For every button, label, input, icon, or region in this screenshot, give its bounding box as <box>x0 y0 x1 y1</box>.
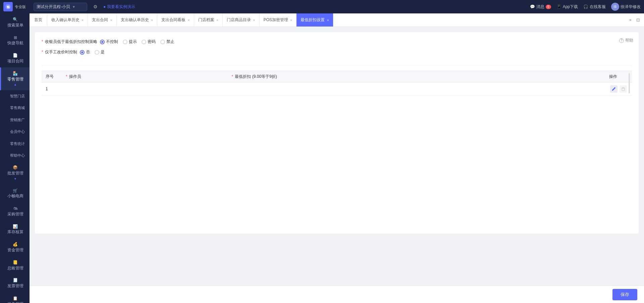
message-badge: 9 <box>546 5 551 9</box>
edit-icon[interactable] <box>610 85 618 93</box>
manual-no[interactable]: 否 <box>80 49 90 55</box>
message-btn[interactable]: 💬 消息 9 <box>530 4 551 10</box>
finance-icon: 💰 <box>13 242 18 247</box>
strategy-remind[interactable]: 提示 <box>123 39 137 45</box>
tab-payment-confirm[interactable]: 支出确认单历史 × <box>117 13 157 27</box>
user-menu-btn[interactable]: 徐 徐泽华修改 <box>611 3 641 11</box>
app-download-btn[interactable]: 📱 App下载 <box>556 4 578 10</box>
payment-confirm-tab-label: 支出确认单历史 <box>121 17 149 23</box>
tab-store-products[interactable]: 门店商品目录 × <box>223 13 259 27</box>
sidebar-label-member: 会员中心 <box>10 129 25 134</box>
env-selector[interactable]: 测试分开流程-小贝 ▼ <box>34 3 87 11</box>
content-area: 首页 收入确认单历史 × 支出合同 × 支出确认单历史 × 支出合同看板 × 门… <box>30 13 644 303</box>
sidebar-item-shortcut[interactable]: ⊞ 快捷导航 <box>0 32 30 50</box>
required-star: * <box>42 39 43 44</box>
table-container: 序号 * 操作员 * 最低折扣 (9.00等于9折) <box>42 71 632 96</box>
sidebar-item-tax[interactable]: 📋 税务管理 <box>0 292 30 303</box>
tab-close-payment-board[interactable]: × <box>187 18 190 22</box>
sidebar-label-tax: 税务管理 <box>7 301 23 303</box>
help-btn[interactable]: ? 帮助 <box>619 38 633 43</box>
avatar: 徐 <box>611 3 619 11</box>
tab-home[interactable]: 首页 <box>30 13 47 27</box>
tab-close-pos-password[interactable]: × <box>290 18 292 22</box>
chevron-up-icon: ▲ <box>14 83 17 87</box>
package-icon: 📦 <box>13 165 18 170</box>
search-icon: 🔍 <box>13 17 18 22</box>
main-layout: 🔍 搜索菜单 ⊞ 快捷导航 📄 项目合同 🏪 零售管理 ▲ 智慧门店 零售商城 … <box>0 13 644 303</box>
save-button[interactable]: 保存 <box>612 289 637 300</box>
sidebar-item-purchase[interactable]: 🛍 采购管理 <box>0 202 30 220</box>
demo-link[interactable]: ● 我要看实例演示 <box>103 4 135 10</box>
sidebar-item-search[interactable]: 🔍 搜索菜单 <box>0 13 30 32</box>
sidebar-label-retail: 零售管理 <box>7 77 23 82</box>
sidebar-label-retail-stats: 零售统计 <box>10 141 25 146</box>
sidebar-item-retail-mall[interactable]: 零售商城 <box>0 102 30 114</box>
message-icon: 💬 <box>530 4 535 9</box>
radio-no-control-circle <box>100 40 105 44</box>
sidebar-item-help[interactable]: 帮助中心 <box>0 150 30 161</box>
store-products-tab-label: 门店商品目录 <box>227 17 251 23</box>
sidebar-item-inventory[interactable]: 📊 库存核算 <box>0 220 30 239</box>
svg-text:畅: 畅 <box>7 5 10 9</box>
tab-close-income-confirm[interactable]: × <box>82 18 84 22</box>
form-section: * 收银员低于最低折扣控制策略 不控制 提示 <box>42 39 632 65</box>
sidebar-item-project[interactable]: 📄 项目合同 <box>0 49 30 67</box>
sidebar-item-smart-store[interactable]: 智慧门店 <box>0 90 30 102</box>
tab-close-min-discount[interactable]: × <box>327 18 329 22</box>
th-action: 操作 <box>605 71 632 83</box>
strategy-label: * 收银员低于最低折扣控制策略 <box>42 39 97 45</box>
circle-play-icon: ● <box>103 4 106 9</box>
chevron-down-icon: ▼ <box>14 177 17 181</box>
settings-icon[interactable]: ⚙ <box>91 2 100 11</box>
close-tab-btn[interactable]: × <box>628 17 633 23</box>
sidebar-item-invoice[interactable]: 🧾 发票管理 <box>0 274 30 292</box>
payment-board-tab-label: 支出合同看板 <box>161 17 185 23</box>
radio-password-circle <box>142 40 146 44</box>
tab-close-payment-confirm[interactable]: × <box>151 18 153 22</box>
required-star-2: * <box>42 50 43 54</box>
tab-close-store-products[interactable]: × <box>253 18 255 22</box>
svg-rect-2 <box>622 88 625 91</box>
radio-manual-no-circle <box>80 50 85 55</box>
tab-close-store-archive[interactable]: × <box>216 18 218 22</box>
sidebar-item-ecommerce[interactable]: 🛒 小畅电商 <box>0 185 30 203</box>
sidebar-item-finance[interactable]: 💰 资金管理 <box>0 238 30 256</box>
expand-tab-btn[interactable]: ⊡ <box>635 17 641 23</box>
delete-icon[interactable] <box>620 85 627 93</box>
action-icons <box>609 85 628 93</box>
tab-min-discount[interactable]: 最低折扣设置 × <box>297 13 333 27</box>
online-support-label: 在线客服 <box>590 4 606 10</box>
sidebar-item-wholesale[interactable]: 📦 批发管理 ▼ <box>0 161 30 184</box>
sidebar-item-retail[interactable]: 🏪 零售管理 ▲ <box>0 67 30 90</box>
tab-income-confirm[interactable]: 收入确认单历史 × <box>47 13 88 27</box>
manual-yes[interactable]: 是 <box>95 49 105 55</box>
tab-payment-contract[interactable]: 支出合同 × <box>88 13 116 27</box>
content-card: ? 帮助 * 收银员低于最低折扣控制策略 不控制 <box>35 32 639 234</box>
home-tab-label: 首页 <box>34 17 42 23</box>
income-confirm-tab-label: 收入确认单历史 <box>51 17 79 23</box>
strategy-no-control[interactable]: 不控制 <box>100 39 118 45</box>
strategy-forbid[interactable]: 禁止 <box>160 39 174 45</box>
min-discount-tab-label: 最低折扣设置 <box>301 17 325 23</box>
invoice-icon: 🧾 <box>13 277 18 283</box>
sidebar-item-accounting[interactable]: 📒 总账管理 <box>0 256 30 274</box>
sidebar-label-purchase: 采购管理 <box>7 211 23 217</box>
payment-contract-tab-label: 支出合同 <box>92 17 108 23</box>
tab-payment-board[interactable]: 支出合同看板 × <box>157 13 194 27</box>
strategy-password[interactable]: 密码 <box>142 39 156 45</box>
scrollbar[interactable] <box>629 73 630 93</box>
top-bar: 畅 专业版 测试分开流程-小贝 ▼ ⚙ ● 我要看实例演示 💬 消息 9 📱 A… <box>0 0 644 13</box>
headset-icon: 🎧 <box>583 4 588 9</box>
sidebar-item-retail-stats[interactable]: 零售统计 <box>0 138 30 150</box>
tab-store-archive[interactable]: 门店档案 × <box>194 13 223 27</box>
user-name-label: 徐泽华修改 <box>621 4 641 10</box>
tab-pos-password[interactable]: POS加密管理 × <box>260 13 297 27</box>
sidebar-item-member[interactable]: 会员中心 <box>0 126 30 138</box>
th-operator: * 操作员 <box>62 71 227 83</box>
cart-icon: 🛒 <box>13 188 18 194</box>
sidebar-item-marketing[interactable]: 营销推广 <box>0 114 30 126</box>
online-support-btn[interactable]: 🎧 在线客服 <box>583 4 606 10</box>
sidebar-label-marketing: 营销推广 <box>10 117 25 122</box>
tab-bar-actions: × ⊡ <box>625 17 644 23</box>
tab-close-payment-contract[interactable]: × <box>110 18 112 22</box>
